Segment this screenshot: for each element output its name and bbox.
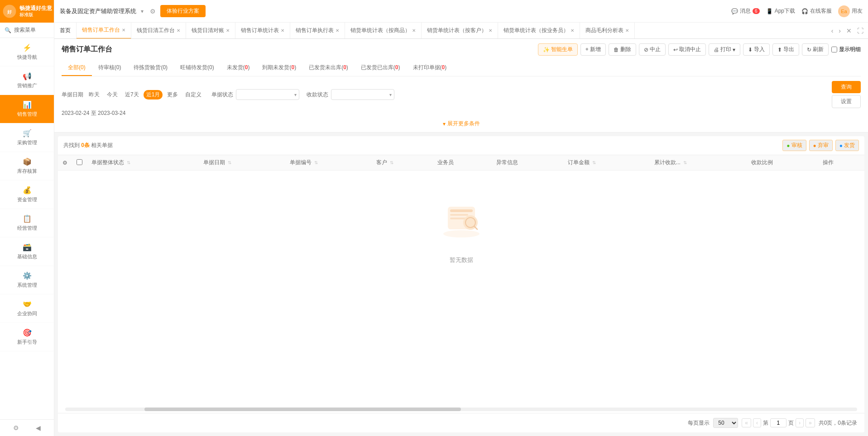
- cancel-review-button[interactable]: ● 弃审: [809, 140, 833, 151]
- tab-sales-stats-staff-close[interactable]: ✕: [571, 28, 574, 33]
- tab-sales-stats-customer[interactable]: 销货单统计表（按客户） ✕: [422, 23, 498, 39]
- prev-page-button[interactable]: ‹: [753, 418, 761, 427]
- print-button[interactable]: 🖨 打印 ▾: [709, 43, 740, 56]
- last-page-button[interactable]: »: [806, 418, 815, 427]
- sort-number-icon[interactable]: ⇅: [314, 160, 318, 165]
- topbar-gear-icon[interactable]: ⚙: [150, 8, 156, 15]
- tab-cash-reconcile-close[interactable]: ✕: [226, 28, 230, 33]
- tab-sales-execute-close[interactable]: ✕: [336, 28, 339, 33]
- topbar-dropdown-arrow[interactable]: ▾: [141, 8, 144, 14]
- date-opt-custom[interactable]: 自定义: [182, 90, 204, 100]
- subtab-pending-review[interactable]: 待审核(0): [92, 60, 128, 76]
- tab-sales-stats-product[interactable]: 销货单统计表（按商品） ✕: [345, 23, 422, 39]
- tab-sales-stats-customer-close[interactable]: ✕: [489, 28, 492, 33]
- sidebar-item-basic-info[interactable]: 🗃️ 基础信息: [0, 237, 54, 266]
- sort-amount-icon[interactable]: ⇅: [592, 160, 596, 165]
- subtab-pending-inspection[interactable]: 待拣货验货(0): [127, 60, 174, 76]
- select-all-checkbox[interactable]: [77, 159, 82, 165]
- sidebar-item-system[interactable]: ⚙️ 系统管理: [0, 266, 54, 294]
- ai-create-button[interactable]: ✨ 智能生单: [538, 43, 578, 56]
- sort-collected-icon[interactable]: ⇅: [683, 160, 687, 165]
- app-download-button[interactable]: 📱 App下载: [766, 7, 795, 15]
- subtab-wangpu-pending-count: 0: [209, 64, 212, 71]
- new-button[interactable]: + 新增: [580, 43, 606, 56]
- sidebar-item-marketing[interactable]: 📢 营销推广: [0, 66, 54, 95]
- subtab-not-shipped[interactable]: 未发货(0): [221, 60, 256, 76]
- page-size-select[interactable]: 50 100 200: [713, 418, 738, 428]
- date-opt-yesterday[interactable]: 昨天: [86, 90, 102, 100]
- online-service-button[interactable]: 🎧 在线客服: [801, 7, 832, 15]
- ship-button[interactable]: ● 发货: [835, 140, 859, 151]
- sort-date-icon[interactable]: ⇅: [228, 160, 231, 165]
- export-button[interactable]: ⬆ 导出: [772, 43, 799, 56]
- sidebar-search[interactable]: 🔍 搜索菜单: [0, 23, 54, 38]
- tab-scroll-left[interactable]: ‹: [830, 26, 835, 35]
- import-button[interactable]: ⬇ 导入: [743, 43, 770, 56]
- query-button[interactable]: 查询: [832, 81, 861, 93]
- user-area[interactable]: Ea 用友: [838, 5, 863, 17]
- subtab-overdue-not-shipped[interactable]: 到期未发货(0): [256, 60, 302, 76]
- next-page-button[interactable]: ›: [796, 418, 804, 427]
- payment-select[interactable]: [331, 89, 394, 100]
- tab-close-all[interactable]: ✕: [844, 26, 854, 35]
- cancel-suspend-button[interactable]: ↩ 取消中止: [668, 43, 706, 56]
- review-button[interactable]: ● 审核: [782, 140, 806, 151]
- date-opt-more[interactable]: 更多: [164, 90, 181, 100]
- expand-filter-button[interactable]: ▾ 展开更多条件: [443, 120, 480, 128]
- subtab-not-printed[interactable]: 未打印单据(0): [407, 60, 453, 76]
- page-input[interactable]: [770, 418, 786, 427]
- collapse-icon[interactable]: ◀: [36, 424, 41, 431]
- scrollbar-thumb[interactable]: [144, 408, 461, 411]
- settings-col-icon[interactable]: ⚙: [62, 160, 67, 166]
- settings-gear-icon[interactable]: ⚙: [13, 424, 19, 431]
- first-page-button[interactable]: «: [742, 418, 751, 427]
- sidebar-item-operations[interactable]: 📋 经营管理: [0, 209, 54, 237]
- solution-button[interactable]: 体验行业方案: [160, 5, 206, 17]
- tab-cash-daily-close[interactable]: ✕: [177, 28, 180, 33]
- date-opt-today[interactable]: 今天: [104, 90, 120, 100]
- subtab-wangpu-pending-label: 旺铺待发货: [180, 64, 207, 71]
- tab-cash-reconcile[interactable]: 钱货日清对账 ✕: [186, 23, 235, 39]
- subtab-all[interactable]: 全部(0): [62, 60, 92, 76]
- tab-fullscreen[interactable]: ⛶: [855, 26, 865, 35]
- sidebar-item-quick-nav[interactable]: ⚡ 快捷导航: [0, 38, 54, 66]
- refresh-button[interactable]: ↻ 刷新: [802, 43, 829, 56]
- suspend-button[interactable]: ⊘ 中止: [639, 43, 666, 56]
- horizontal-scrollbar[interactable]: [65, 408, 857, 411]
- sort-customer-icon[interactable]: ⇅: [390, 160, 393, 165]
- tab-sales-execute[interactable]: 销售订单执行表 ✕: [290, 23, 345, 39]
- sidebar-item-purchase[interactable]: 🛒 采购管理: [0, 123, 54, 152]
- sidebar-item-enterprise[interactable]: 🤝 企业协同: [0, 294, 54, 323]
- tab-scroll-right[interactable]: ›: [837, 26, 843, 35]
- subtab-wangpu-pending[interactable]: 旺铺待发货(0): [174, 60, 221, 76]
- inventory-label: 库存核算: [17, 168, 37, 175]
- subtab-shipped-out[interactable]: 已发货已出库(0): [355, 60, 407, 76]
- date-opt-7days[interactable]: 近7天: [122, 90, 142, 100]
- status-select[interactable]: [236, 89, 299, 100]
- sidebar-item-sales[interactable]: 📊 销售管理: [0, 95, 54, 123]
- subtab-shipped-not-out[interactable]: 已发货未出库(0): [302, 60, 355, 76]
- tab-sales-order-close[interactable]: ✕: [122, 28, 125, 33]
- tab-sales-stats-product-close[interactable]: ✕: [412, 28, 416, 33]
- tab-sales-order[interactable]: 销售订单工作台 ✕: [77, 23, 131, 39]
- sidebar-item-finance[interactable]: 💰 资金管理: [0, 180, 54, 209]
- delete-button[interactable]: 🗑 删除: [609, 43, 636, 56]
- tab-sales-stats[interactable]: 销售订单统计表 ✕: [235, 23, 290, 39]
- tab-sales-stats-staff[interactable]: 销货单统计表（按业务员） ✕: [498, 23, 580, 39]
- tab-sales-stats-close[interactable]: ✕: [281, 28, 284, 33]
- date-opt-1month[interactable]: 近1月: [144, 90, 163, 100]
- tab-cash-daily[interactable]: 钱货日清工作台 ✕: [131, 23, 186, 39]
- marketing-label: 营销推广: [17, 82, 37, 89]
- show-detail-checkbox-label[interactable]: 显示明细: [831, 46, 861, 53]
- tab-product-margin-close[interactable]: ✕: [625, 28, 629, 33]
- messages-button[interactable]: 💬 消息 6: [731, 7, 760, 15]
- sidebar-item-inventory[interactable]: 📦 库存核算: [0, 152, 54, 180]
- show-detail-checkbox[interactable]: [831, 47, 837, 52]
- set-button[interactable]: 设置: [832, 95, 861, 108]
- tab-home[interactable]: 首页: [54, 23, 77, 39]
- sidebar-item-guide[interactable]: 🎯 新手引导: [0, 323, 54, 351]
- tab-product-margin[interactable]: 商品毛利分析表 ✕: [580, 23, 635, 39]
- table-scroll[interactable]: ⚙ 单据整体状态 ⇅ 单据日期 ⇅: [58, 155, 864, 406]
- print-icon: 🖨: [714, 47, 719, 53]
- sort-status-icon[interactable]: ⇅: [127, 160, 130, 165]
